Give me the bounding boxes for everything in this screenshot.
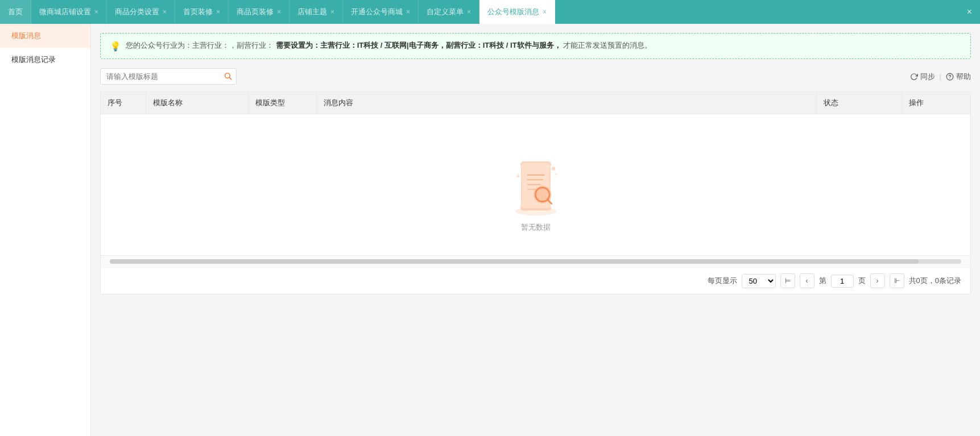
wechat-shop-label: 微商城店铺设置	[39, 7, 91, 17]
first-page-button[interactable]: ⊨	[780, 273, 795, 288]
svg-point-14	[516, 175, 519, 177]
th-index: 序号	[101, 92, 146, 114]
nav-tab-shop-theme[interactable]: 店铺主题 ×	[290, 0, 343, 24]
top-nav: 首页 微商城店铺设置 × 商品分类设置 × 首页装修 × 商品页装修 × 店铺主…	[0, 0, 980, 24]
empty-illustration	[499, 148, 573, 222]
page-size-label: 每页显示	[708, 276, 737, 286]
nav-tab-wechat-shop[interactable]: 微商城店铺设置 ×	[31, 0, 107, 24]
notice-suffix: 才能正常发送预置的消息。	[563, 41, 652, 49]
notice-icon: 💡	[110, 41, 121, 52]
search-button[interactable]	[224, 72, 232, 82]
sync-button[interactable]: 同步	[910, 72, 935, 82]
template-msg-label: 公众号模版消息	[487, 7, 539, 17]
th-type: 模版类型	[249, 92, 317, 114]
th-status: 状态	[817, 92, 902, 114]
main-content: 💡 您的公众号行业为：主营行业：，副营行业： 需要设置为：主营行业：IT科技 /…	[91, 24, 980, 436]
page-label: 第	[819, 276, 826, 286]
custom-menu-label: 自定义菜单	[427, 7, 464, 17]
layout: 模版消息 模版消息记录 💡 您的公众号行业为：主营行业：，副营行业： 需要设置为…	[0, 24, 980, 436]
product-decor-label: 商品页装修	[237, 7, 274, 17]
svg-point-13	[555, 173, 557, 176]
nav-tab-product-decor[interactable]: 商品页装修 ×	[229, 0, 290, 24]
data-table: 序号 模版名称 模版类型 消息内容 状态 操作	[100, 92, 971, 294]
notice-highlight: 需要设置为：主营行业：IT科技 / 互联网|电子商务，副营行业：IT科技 / I…	[276, 41, 561, 49]
home-tab-label: 首页	[8, 7, 23, 17]
close-icon[interactable]: ×	[94, 8, 98, 16]
sidebar-item-label: 模版消息记录	[11, 55, 56, 64]
nav-tab-home-decor[interactable]: 首页装修 ×	[175, 0, 229, 24]
nav-tab-custom-menu[interactable]: 自定义菜单 ×	[419, 0, 479, 24]
next-page-button[interactable]: ›	[870, 273, 885, 288]
last-page-button[interactable]: ⊩	[890, 273, 904, 288]
svg-point-12	[551, 167, 555, 171]
page-unit: 页	[858, 276, 866, 286]
close-all-button[interactable]: ×	[959, 7, 980, 17]
sidebar: 模版消息 模版消息记录	[0, 24, 91, 436]
th-action: 操作	[902, 92, 970, 114]
scrollbar-thumb	[110, 259, 919, 264]
search-input[interactable]	[100, 68, 237, 85]
sync-label: 同步	[920, 72, 935, 82]
empty-text: 暂无数据	[521, 222, 551, 232]
sidebar-item-template-msg-record[interactable]: 模版消息记录	[0, 48, 90, 72]
close-icon[interactable]: ×	[163, 8, 167, 16]
close-icon[interactable]: ×	[277, 8, 281, 16]
notice-text: 您的公众号行业为：主营行业：，副营行业： 需要设置为：主营行业：IT科技 / 互…	[126, 40, 652, 51]
help-button[interactable]: 帮助	[946, 72, 971, 82]
sidebar-item-label: 模版消息	[11, 31, 41, 40]
search-input-wrap	[100, 68, 237, 85]
nav-tab-home[interactable]: 首页	[0, 0, 31, 24]
search-bar: 同步 | 帮助	[100, 68, 971, 85]
prev-page-button[interactable]: ‹	[800, 273, 814, 288]
svg-line-1	[229, 77, 231, 79]
close-icon[interactable]: ×	[216, 8, 220, 16]
toolbar-divider: |	[940, 72, 941, 81]
table-header: 序号 模版名称 模版类型 消息内容 状态 操作	[101, 92, 970, 114]
nav-tab-template-msg[interactable]: 公众号模版消息 ×	[479, 0, 555, 24]
nav-tab-open-mall[interactable]: 开通公众号商城 ×	[343, 0, 419, 24]
close-icon[interactable]: ×	[467, 8, 471, 16]
empty-state: 暂无数据	[101, 114, 970, 255]
close-icon[interactable]: ×	[330, 8, 334, 16]
notice-prefix: 您的公众号行业为：主营行业：，副营行业：	[126, 41, 274, 49]
close-icon[interactable]: ×	[406, 8, 410, 16]
th-content: 消息内容	[317, 92, 817, 114]
page-size-select[interactable]: 50 10 20 100	[742, 274, 776, 288]
scrollbar-area	[101, 255, 970, 267]
pagination: 每页显示 50 10 20 100 ⊨ ‹ 第 页 › ⊩ 共0页，0条记录	[101, 267, 970, 294]
open-mall-label: 开通公众号商城	[351, 7, 403, 17]
close-icon[interactable]: ×	[543, 8, 547, 16]
sidebar-item-template-msg[interactable]: 模版消息	[0, 24, 90, 48]
th-name: 模版名称	[146, 92, 249, 114]
current-page-input[interactable]	[831, 275, 854, 288]
help-label: 帮助	[956, 72, 971, 82]
product-category-label: 商品分类设置	[115, 7, 159, 17]
toolbar-right: 同步 | 帮助	[910, 72, 971, 82]
shop-theme-label: 店铺主题	[297, 7, 327, 17]
nav-tab-product-category[interactable]: 商品分类设置 ×	[107, 0, 175, 24]
horizontal-scrollbar[interactable]	[110, 259, 961, 264]
home-decor-label: 首页装修	[183, 7, 213, 17]
total-text: 共0页，0条记录	[909, 276, 961, 286]
notice-box: 💡 您的公众号行业为：主营行业：，副营行业： 需要设置为：主营行业：IT科技 /…	[100, 33, 971, 59]
